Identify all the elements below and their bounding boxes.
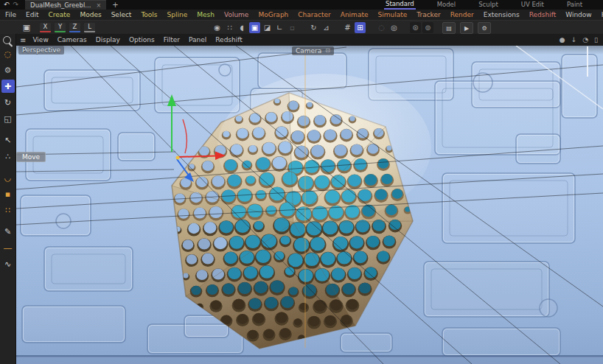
search-icon[interactable]	[2, 35, 14, 47]
new-tab-button[interactable]: +	[112, 1, 118, 9]
ghost-mode-icon[interactable]: ●	[560, 36, 565, 43]
render-picture-viewer-icon[interactable]: ▶	[460, 22, 473, 34]
layout-tab-standard[interactable]: Standard	[384, 0, 416, 10]
axis-mode-icon[interactable]: ∟	[274, 22, 285, 33]
menu-mograph[interactable]: MoGraph	[258, 11, 288, 18]
view-name-label[interactable]: Perspective	[18, 46, 64, 55]
camera-label-text: Camera	[296, 46, 321, 55]
render-view-icon[interactable]: ▤	[442, 22, 456, 34]
layout-tab-uv-edit[interactable]: UV Edit	[520, 1, 546, 9]
viewport-menubar: ≡ ViewCamerasDisplayOptionsFilterPanelRe…	[16, 34, 603, 46]
undo-icon[interactable]: ↶	[4, 0, 10, 10]
menu-edit[interactable]: Edit	[26, 11, 38, 18]
menu-animate[interactable]: Animate	[341, 11, 369, 18]
document-tab-title: DualMesh_Greebl...	[30, 1, 91, 9]
move-tool-icon[interactable]: ✚	[1, 80, 15, 93]
layout-tabs: StandardModelSculptUV EditPaint	[384, 0, 603, 10]
layout-tab-paint[interactable]: Paint	[565, 1, 584, 9]
viewport-menu-icon[interactable]: ≡	[20, 36, 26, 44]
scale-tool-icon[interactable]: ◱	[1, 112, 15, 125]
axis-lock-group: XYZL	[40, 23, 95, 32]
viewport-menu-view[interactable]: View	[32, 36, 48, 43]
viewport-menu-cameras[interactable]: Cameras	[57, 36, 87, 43]
make-editable-icon[interactable]: ◉	[212, 22, 223, 33]
main-toolbar: ▣ XYZL ◉∷◖▣◪∟▫↻⊿#⊞◌◎⊛⊚ ▤▶⚙	[0, 20, 603, 34]
live-selection-icon[interactable]: ◌	[1, 47, 15, 60]
close-tab-icon[interactable]: ×	[96, 2, 101, 9]
tool-tooltip: Move	[16, 152, 46, 162]
render-settings-icon[interactable]: ⚙	[478, 22, 491, 34]
menu-mesh[interactable]: Mesh	[197, 11, 215, 18]
rotate-tool-icon[interactable]: ↻	[1, 96, 15, 109]
line-pen-icon[interactable]: ―	[1, 241, 15, 254]
tool-palette: ◌⚙✚↻◱↖∴◡▪∷✎―∿	[0, 34, 16, 364]
menu-volume[interactable]: Volume	[224, 11, 248, 18]
grid-snap-icon[interactable]: #	[342, 22, 353, 33]
spline-smooth-icon[interactable]: ∿	[1, 257, 15, 270]
axis-z-button[interactable]: Z	[69, 23, 80, 32]
redo-icon[interactable]: ↷	[13, 0, 19, 10]
viewport-menu-panel[interactable]: Panel	[189, 36, 206, 43]
selection-settings-icon[interactable]: ⚙	[1, 63, 15, 77]
layout-tab-model[interactable]: Model	[436, 1, 458, 9]
mode-icon-group: ◉∷◖▣◪∟▫↻⊿#⊞◌◎⊛⊚	[212, 22, 433, 33]
viewport-menu: ViewCamerasDisplayOptionsFilterPanelReds…	[32, 36, 242, 43]
menu-window[interactable]: Window	[565, 11, 592, 18]
document-tabbar: ↶ ↷ DualMesh_Greebl... × + StandardModel…	[0, 0, 603, 10]
tweak-move-icon[interactable]: ↖	[1, 133, 15, 147]
spline-rect-icon[interactable]: ▪	[1, 187, 15, 200]
target-icon[interactable]: ◎	[388, 22, 400, 33]
polygons-mode-icon[interactable]: ▣	[249, 22, 260, 33]
viewport-menu-display[interactable]: Display	[96, 36, 120, 43]
viewport[interactable]: Perspective Camera ⊡ Move	[16, 46, 603, 364]
history-icon[interactable]: ◔	[582, 36, 588, 43]
menu-tools[interactable]: Tools	[141, 11, 157, 18]
spline-cluster-icon[interactable]: ∷	[1, 203, 15, 217]
axis-l-button[interactable]: L	[84, 23, 95, 32]
menu-simulate[interactable]: Simulate	[377, 11, 407, 18]
model-mode-icon[interactable]: ◪	[262, 22, 273, 33]
menu-extensions[interactable]: Extensions	[484, 11, 520, 18]
texture-mode-icon[interactable]: ▫	[287, 22, 298, 33]
detach-view-icon[interactable]: ▯	[594, 36, 598, 43]
points-mode-icon[interactable]: ∷	[224, 22, 235, 33]
multi-tweak-icon[interactable]: ∴	[1, 150, 15, 163]
axis-x-button[interactable]: X	[40, 23, 51, 32]
viewport-corner-icons: ●↓◔▯	[560, 36, 603, 43]
menu-render[interactable]: Render	[450, 11, 474, 18]
workplane-icon[interactable]: ↻	[308, 22, 319, 33]
download-icon[interactable]: ↓	[571, 36, 577, 43]
quantize-icon[interactable]: ◌	[376, 22, 387, 33]
cinema4d-window: ↶ ↷ DualMesh_Greebl... × + StandardModel…	[0, 0, 603, 364]
spline-arc-icon[interactable]: ◡	[1, 171, 15, 184]
redshift-material-icon[interactable]: ⊛	[410, 22, 421, 33]
frame-view-icon[interactable]: ▣	[20, 23, 33, 32]
axis-y-button[interactable]: Y	[55, 23, 66, 32]
menu-spline[interactable]: Spline	[167, 11, 188, 18]
menu-character[interactable]: Character	[298, 11, 330, 18]
edges-mode-icon[interactable]: ◖	[237, 22, 248, 33]
main-menubar: FileEditCreateModesSelectToolsSplineMesh…	[0, 10, 603, 20]
redshift-light-icon[interactable]: ⊚	[422, 22, 433, 33]
viewport-menu-filter[interactable]: Filter	[164, 36, 180, 43]
knife-tool-icon[interactable]: ✎	[1, 225, 15, 238]
menu-file[interactable]: File	[5, 11, 16, 18]
viewport-menu-redshift[interactable]: Redshift	[215, 36, 243, 43]
viewport-menu-options[interactable]: Options	[129, 36, 155, 43]
render-button-group: ▤▶⚙	[442, 22, 491, 34]
layout-tab-sculpt[interactable]: Sculpt	[477, 1, 500, 9]
menu-select[interactable]: Select	[111, 11, 132, 18]
projection-icon[interactable]: ⊿	[321, 22, 332, 33]
menu-redshift[interactable]: Redshift	[529, 11, 557, 18]
menu-create[interactable]: Create	[49, 11, 71, 18]
document-tab[interactable]: DualMesh_Greebl... ×	[25, 0, 106, 10]
camera-label[interactable]: Camera ⊡	[292, 46, 334, 55]
menu-tracker[interactable]: Tracker	[416, 11, 440, 18]
camera-icon: ⊡	[325, 46, 330, 55]
snap-enabled-icon[interactable]: ⊞	[355, 22, 366, 33]
menu-modes[interactable]: Modes	[80, 11, 101, 18]
